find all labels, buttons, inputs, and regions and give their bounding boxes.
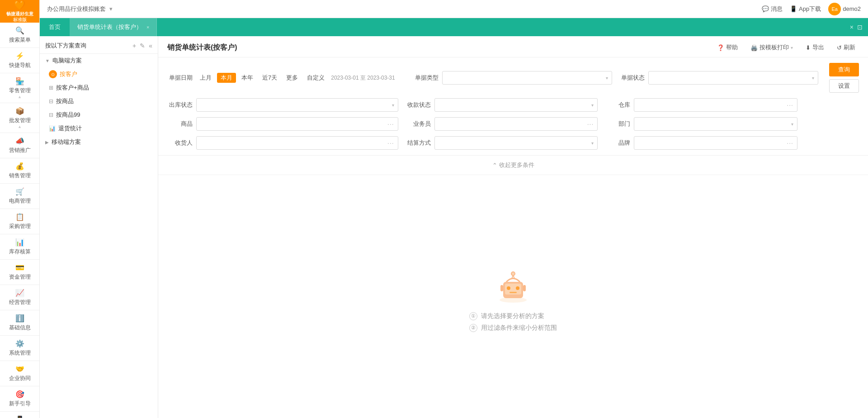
industry-dropdown[interactable]: ▾ (109, 5, 113, 12)
refresh-label: 刷新 (844, 43, 855, 52)
order-type-field: 单据类型 ▾ (413, 71, 619, 85)
help-btn[interactable]: ❓ 帮助 (713, 42, 741, 53)
salesperson-input[interactable]: ··· (434, 117, 598, 131)
receiver-input[interactable]: ··· (196, 136, 398, 150)
by-product-icon: ⊟ (49, 98, 53, 104)
app-download-btn[interactable]: 📱 App下载 (790, 5, 821, 13)
logo-icon: 🧡 (14, 0, 25, 10)
sidebar-item-marketing[interactable]: 📣 营销推广 (0, 133, 40, 158)
order-type-input[interactable]: ▾ (442, 71, 612, 85)
sidebar-item-label: 系统管理 (9, 349, 31, 357)
add-scheme-btn[interactable]: + (132, 42, 136, 49)
tree-item-by-product[interactable]: ⊟ 按商品 (40, 95, 158, 108)
brand-field: 品牌 ··· (605, 136, 805, 150)
page-title: 销货单统计表(按客户) (167, 43, 237, 52)
settlement-input[interactable]: ▾ (434, 136, 598, 150)
sidebar-item-onboarding[interactable]: 🎯 新手引导 (0, 386, 40, 412)
topbar: 办公用品行业模拟账套 ▾ 💬 消息 📱 App下载 Ea demo2 (40, 0, 868, 18)
order-type-arrow: ▾ (606, 76, 608, 81)
refund-icon: 📊 (49, 125, 56, 132)
collapse-bar: ⌃ 收起更多条件 (158, 156, 868, 175)
tree-item-by-customer[interactable]: ⊙ 按客户 (40, 67, 158, 81)
left-panel-header: 按以下方案查询 + ✎ « (40, 36, 158, 54)
sidebar-item-basic-info[interactable]: ℹ️ 基础信息 (0, 310, 40, 336)
collapse-label: 收起更多条件 (499, 161, 534, 169)
payment-status-input[interactable]: ▾ (434, 98, 598, 112)
right-panel: 销货单统计表(按客户) ❓ 帮助 🖨️ 按模板打印 ▾ ⬇ 导出 (158, 36, 868, 418)
collapse-up-icon: ⌃ (492, 162, 497, 169)
brand-label: 品牌 (605, 139, 630, 147)
tab-fullscreen-icon[interactable]: ⊡ (857, 24, 863, 31)
date-tab-last-month[interactable]: 上月 (196, 73, 215, 83)
svg-rect-5 (509, 292, 517, 293)
sidebar-item-inventory[interactable]: 📊 库存核算 (0, 234, 40, 260)
sidebar-item-label: 企业协同 (9, 375, 31, 382)
salesperson-label: 业务员 (406, 120, 431, 128)
warehouse-input[interactable]: ··· (634, 98, 797, 112)
out-status-label: 出库状态 (167, 101, 193, 109)
date-tab-more[interactable]: 更多 (283, 73, 302, 83)
sidebar-item-app-center[interactable]: 📱 应用中心 (0, 412, 40, 418)
order-status-field: 单据状态 ▾ (619, 71, 826, 85)
sidebar-item-finance[interactable]: 💳 资金管理 (0, 260, 40, 285)
sidebar: 🧡 畅捷通好生意 标准版 🔍 搜索菜单 ⚡ 快捷导航 🏪 零售管理 ▲ 📦 批发… (0, 0, 40, 418)
sidebar-item-enterprise[interactable]: 🤝 企业协同 (0, 361, 40, 386)
user-menu[interactable]: Ea demo2 (828, 3, 861, 15)
payment-status-label: 收款状态 (406, 101, 431, 109)
tree-item-refund-stats[interactable]: 📊 退货统计 (40, 122, 158, 135)
date-tab-custom[interactable]: 自定义 (303, 73, 328, 83)
sales-icon: 💰 (15, 162, 24, 171)
message-btn[interactable]: 💬 消息 (762, 5, 783, 13)
sidebar-item-label: 零售管理 (9, 87, 31, 95)
tip-num-1: ① (469, 312, 477, 320)
collapse-button[interactable]: ⌃ 收起更多条件 (487, 159, 540, 171)
query-button[interactable]: 查询 (829, 63, 859, 76)
tab-close-icon[interactable]: × (146, 24, 149, 30)
avatar-text: Ea (832, 6, 838, 12)
by-product99-icon: ⊟ (49, 112, 53, 118)
order-status-arrow: ▾ (812, 76, 814, 81)
date-tab-this-month[interactable]: 本月 (217, 73, 236, 83)
sidebar-item-quick-nav[interactable]: ⚡ 快捷导航 (0, 48, 40, 73)
department-field: 部门 ▾ (605, 117, 805, 131)
svg-point-3 (507, 286, 510, 290)
date-range-display: 2023-03-01 至 2023-03-31 (331, 74, 395, 82)
brand-input[interactable]: ··· (634, 136, 797, 150)
product-input[interactable]: ··· (196, 117, 398, 131)
tree-item-by-product-99[interactable]: ⊟ 按商品99 (40, 108, 158, 122)
tree-desktop-section[interactable]: ▼ 电脑端方案 (40, 54, 158, 67)
tab-home[interactable]: 首页 (40, 18, 70, 36)
sidebar-item-purchase[interactable]: 📋 采购管理 (0, 209, 40, 234)
tab-close-all-icon[interactable]: × (850, 24, 854, 31)
sidebar-item-sales[interactable]: 💰 销售管理 (0, 158, 40, 184)
tree-item-by-customer-product[interactable]: ⊞ 按客户+商品 (40, 81, 158, 95)
sidebar-item-operations[interactable]: 📈 经营管理 (0, 285, 40, 310)
product-label: 商品 (167, 120, 193, 128)
tree-mobile-section[interactable]: ▶ 移动端方案 (40, 135, 158, 149)
department-input[interactable]: ▾ (634, 117, 797, 131)
collapse-panel-btn[interactable]: « (149, 42, 152, 49)
payment-status-arrow: ▾ (591, 103, 594, 108)
user-name: demo2 (843, 5, 861, 12)
sidebar-item-search-menu[interactable]: 🔍 搜索菜单 (0, 23, 40, 48)
filter-form: 单据日期 上月 本月 本年 近7天 更多 自定义 2023-03-01 至 20… (158, 57, 868, 156)
sidebar-item-retail[interactable]: 🏪 零售管理 ▲ (0, 73, 40, 103)
out-status-field: 出库状态 ▾ (167, 98, 406, 112)
date-tab-7days[interactable]: 近7天 (259, 73, 281, 83)
date-tab-this-year[interactable]: 本年 (238, 73, 257, 83)
order-status-input[interactable]: ▾ (648, 71, 818, 85)
refresh-btn[interactable]: ↺ 刷新 (833, 42, 859, 53)
sidebar-item-wholesale[interactable]: 📦 批发管理 ▲ (0, 103, 40, 133)
sidebar-item-system[interactable]: ⚙️ 系统管理 (0, 336, 40, 361)
edit-scheme-btn[interactable]: ✎ (140, 42, 145, 49)
out-status-input[interactable]: ▾ (196, 98, 398, 112)
tab-sales-by-customer[interactable]: 销货单统计表（按客户） × (70, 18, 157, 36)
sidebar-item-label: 新手引导 (9, 400, 31, 408)
print-btn[interactable]: 🖨️ 按模板打印 ▾ (747, 42, 797, 53)
empty-tip-2: ② 用过滤条件来缩小分析范围 (469, 324, 557, 332)
basic-info-icon: ℹ️ (15, 314, 24, 323)
sidebar-item-ecommerce[interactable]: 🛒 电商管理 (0, 184, 40, 209)
setting-button[interactable]: 设置 (829, 79, 859, 93)
export-btn[interactable]: ⬇ 导出 (802, 42, 828, 53)
purchase-icon: 📋 (15, 213, 24, 221)
